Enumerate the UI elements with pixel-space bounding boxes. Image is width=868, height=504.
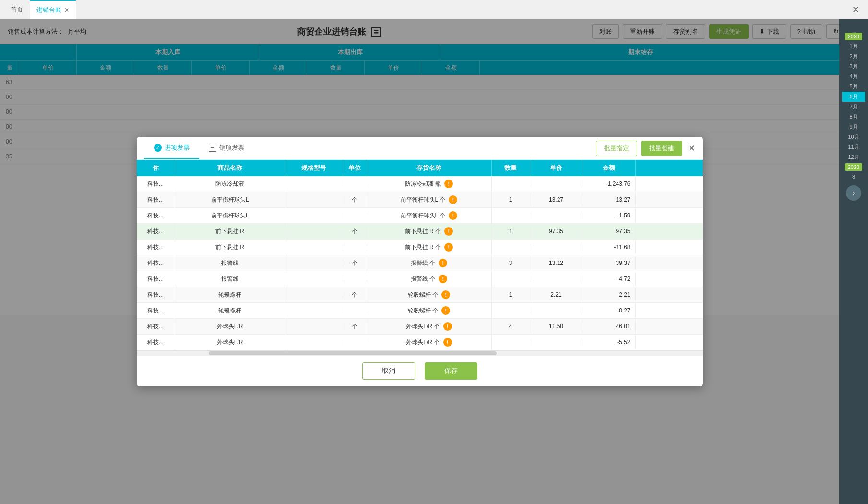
th-product-name: 商品名称 xyxy=(175,160,285,176)
tab-home[interactable]: 首页 xyxy=(4,0,30,19)
month-8[interactable]: 8月 xyxy=(842,112,865,122)
cell-product: 报警线 xyxy=(175,272,285,287)
cell-spec xyxy=(285,196,343,203)
warn-icon[interactable]: ! xyxy=(443,338,452,347)
cell-product: 前平衡杆球头L xyxy=(175,192,285,207)
cell-product: 防冻冷却液 xyxy=(175,177,285,192)
cell-spec xyxy=(285,228,343,235)
warn-icon[interactable]: ! xyxy=(439,275,447,283)
batch-assign-button[interactable]: 批量指定 xyxy=(596,141,637,156)
cell-spec xyxy=(285,244,343,251)
warn-icon[interactable]: ! xyxy=(443,322,452,331)
month-4[interactable]: 4月 xyxy=(842,72,865,82)
month-11[interactable]: 11月 xyxy=(842,142,865,152)
dialog-scrollbar-thumb[interactable] xyxy=(209,351,497,355)
cell-spec xyxy=(285,307,343,314)
cell-company: 科技... xyxy=(137,288,175,302)
sidebar-label: 月份切换 xyxy=(850,24,858,32)
table-row: 科技... 轮毂螺杆 轮毂螺杆 个 ! -0.27 xyxy=(137,303,703,319)
cell-qty xyxy=(492,276,530,282)
cell-amount: -0.27 xyxy=(583,304,636,317)
table-row: 科技... 报警线 个 报警线 个 ! 3 13.12 39.37 xyxy=(137,255,703,271)
th-amount: 金额 xyxy=(583,160,636,176)
month-5[interactable]: 5月 xyxy=(842,82,865,92)
purchase-tab-icon: ✓ xyxy=(154,144,162,152)
table-row: 科技... 外球头L/R 外球头L/R 个 ! -5.52 xyxy=(137,335,703,350)
cell-inventory: 轮毂螺杆 个 ! xyxy=(367,287,492,302)
cell-unit: 个 xyxy=(343,319,367,334)
main-area: 销售成本计算方法： 月平均 商贸企业进销台账 ☰ 对账 重新开账 存货别名 生成… xyxy=(0,19,868,504)
tab-ledger-close[interactable]: ✕ xyxy=(64,7,69,13)
cell-inventory: 报警线 个 ! xyxy=(367,255,492,271)
month-3[interactable]: 3月 xyxy=(842,61,865,72)
window-close-icon[interactable]: ✕ xyxy=(847,4,864,15)
table-row: 科技... 外球头L/R 个 外球头L/R 个 ! 4 11.50 46.01 xyxy=(137,319,703,335)
cell-qty xyxy=(492,212,530,219)
cell-amount: -4.72 xyxy=(583,272,636,286)
cell-qty: 4 xyxy=(492,320,530,333)
dialog-overlay: ✓ 进项发票 ☰ 销项发票 批量指定 批量创建 ✕ 你 商品名称 xyxy=(0,19,839,504)
month-7[interactable]: 7月 xyxy=(842,102,865,112)
cell-amount: -11.68 xyxy=(583,240,636,254)
warn-icon[interactable]: ! xyxy=(444,243,453,252)
table-row: 科技... 轮毂螺杆 个 轮毂螺杆 个 ! 1 2.21 2.21 xyxy=(137,287,703,303)
cell-company: 科技... xyxy=(137,303,175,318)
cell-price xyxy=(530,276,583,282)
th-spec: 规格型号 xyxy=(285,160,343,176)
table-row: 科技... 防冻冷却液 防冻冷却液 瓶 ! -1,243.76 xyxy=(137,176,703,192)
cell-amount: 39.37 xyxy=(583,256,636,270)
month-9[interactable]: 9月 xyxy=(842,122,865,132)
dialog-scrollbar[interactable] xyxy=(137,350,703,355)
save-button[interactable]: 保存 xyxy=(425,362,477,380)
month-2[interactable]: 2月 xyxy=(842,51,865,61)
cell-spec xyxy=(285,339,343,346)
table-row: 科技... 前下悬挂 R 前下悬挂 R 个 ! -11.68 xyxy=(137,240,703,255)
dialog-tabs: ✓ 进项发票 ☰ 销项发票 xyxy=(144,138,254,159)
table-row: 科技... 前平衡杆球头L 个 前平衡杆球头L 个 ! 1 13.27 13.2… xyxy=(137,192,703,208)
tab-ledger[interactable]: 进销台账 ✕ xyxy=(30,0,76,19)
cell-spec xyxy=(285,260,343,266)
month-1[interactable]: 1月 xyxy=(842,41,865,51)
tab-sales-invoice[interactable]: ☰ 销项发票 xyxy=(199,138,254,159)
batch-create-button[interactable]: 批量创建 xyxy=(641,141,682,156)
cell-qty: 1 xyxy=(492,288,530,301)
warn-icon[interactable]: ! xyxy=(439,259,447,267)
cell-product: 前下悬挂 R xyxy=(175,240,285,255)
cell-inventory: 前平衡杆球头L 个 ! xyxy=(367,208,492,223)
month-6[interactable]: 6月 xyxy=(842,92,865,102)
cell-inventory: 外球头L/R 个 ! xyxy=(367,319,492,334)
tab-purchase-invoice[interactable]: ✓ 进项发票 xyxy=(144,138,199,159)
cell-qty: 1 xyxy=(492,193,530,206)
cell-company: 科技... xyxy=(137,177,175,192)
sidebar-expand-button[interactable]: › xyxy=(846,185,861,201)
dialog-close-icon[interactable]: ✕ xyxy=(688,144,695,153)
cell-product: 外球头L/R xyxy=(175,335,285,350)
dialog-header: ✓ 进项发票 ☰ 销项发票 批量指定 批量创建 ✕ xyxy=(137,137,703,160)
cell-price: 13.12 xyxy=(530,256,583,270)
cell-unit: 个 xyxy=(343,192,367,207)
warn-icon[interactable]: ! xyxy=(441,306,450,315)
cell-unit xyxy=(343,307,367,314)
cell-qty xyxy=(492,339,530,346)
cell-product: 报警线 xyxy=(175,256,285,271)
cell-company: 科技... xyxy=(137,256,175,271)
cell-qty xyxy=(492,307,530,314)
cell-price xyxy=(530,307,583,314)
warn-icon[interactable]: ! xyxy=(441,290,450,299)
month-10[interactable]: 10月 xyxy=(842,132,865,142)
year-badge-2023b: 2023 xyxy=(845,163,862,171)
warn-icon[interactable]: ! xyxy=(449,211,457,220)
th-qty: 数量 xyxy=(492,160,530,176)
warn-icon[interactable]: ! xyxy=(449,195,457,204)
cancel-button[interactable]: 取消 xyxy=(362,362,415,380)
dialog-table-header: 你 商品名称 规格型号 单位 存货名称 数量 单价 金额 xyxy=(137,160,703,176)
warn-icon[interactable]: ! xyxy=(444,180,453,188)
cell-qty xyxy=(492,180,530,187)
dialog-footer: 取消 保存 xyxy=(137,355,703,386)
cell-price xyxy=(530,339,583,346)
cell-qty: 3 xyxy=(492,256,530,270)
cell-inventory: 防冻冷却液 瓶 ! xyxy=(367,176,492,192)
month-12[interactable]: 12月 xyxy=(842,152,865,162)
warn-icon[interactable]: ! xyxy=(444,227,453,236)
cell-price: 13.27 xyxy=(530,193,583,206)
